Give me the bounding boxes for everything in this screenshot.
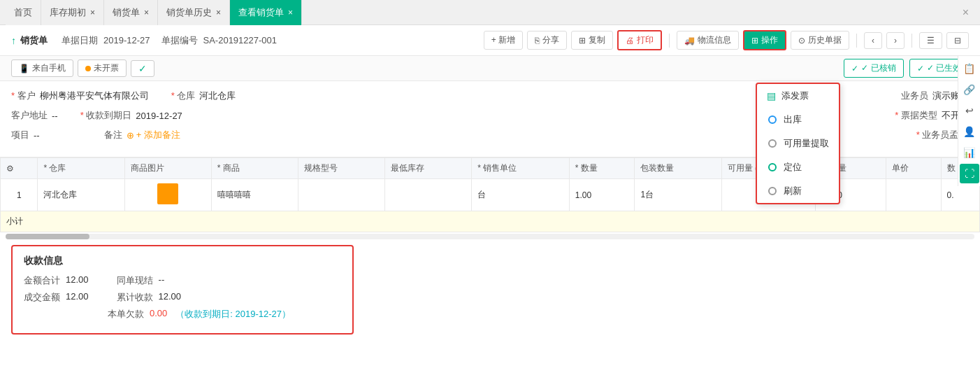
- view-list-button[interactable]: ☰: [919, 32, 942, 49]
- customer-label: 客户: [11, 90, 36, 102]
- copy-button[interactable]: ⊞ 复制: [571, 31, 613, 50]
- add-note-button[interactable]: ⊕ + 添加备注: [127, 129, 180, 141]
- logistics-button[interactable]: 🚚 物流信息: [677, 31, 739, 50]
- warehouse-value: 河北仓库: [199, 90, 236, 102]
- toolbar-divider3: [911, 34, 912, 48]
- print-button[interactable]: 🖨 打印: [617, 30, 662, 50]
- doc-date: 单据日期 2019-12-27: [62, 34, 150, 47]
- deal-amount-field: 成交金额 12.00: [24, 291, 89, 304]
- add-invoice-item[interactable]: ▤ 添发票: [757, 84, 839, 108]
- new-button[interactable]: + 新增: [484, 31, 523, 50]
- share-button[interactable]: ⎘ 分享: [527, 31, 567, 50]
- col-warehouse-header: * 仓库: [38, 158, 124, 179]
- locate-icon: [768, 163, 777, 171]
- col-settings[interactable]: ⚙: [1, 158, 38, 179]
- payment-date-label: 收款到期日: [80, 109, 132, 122]
- doc-number: 单据编号 SA-20191227-001: [161, 34, 278, 47]
- not-open-ticket-button[interactable]: 未开票: [78, 59, 127, 77]
- verified-icon: ✓: [851, 64, 858, 73]
- col-unit-header: * 销售单位: [472, 158, 569, 179]
- warehouse-field: 仓库 河北仓库: [171, 90, 236, 102]
- settings-icon: ⚙: [6, 164, 14, 174]
- due-date-hint: （收款到期日: 2019-12-27）: [175, 308, 291, 321]
- right-sidebar: 📋 🔗 ↩ 👤 📊 ⛶: [958, 56, 980, 186]
- tab-inventory-init[interactable]: 库存期初 ×: [41, 0, 104, 25]
- subtotal-row: 小计: [1, 211, 980, 232]
- row-product: 嘻嘻嘻嘻: [211, 179, 298, 211]
- tab-home[interactable]: 首页: [6, 0, 41, 25]
- address-label: 客户地址: [11, 109, 48, 122]
- staff-label: 业务员: [901, 90, 928, 102]
- col-price-header: 单价: [886, 158, 941, 179]
- customer-value: 柳州粤港平安气体有限公司: [40, 90, 149, 102]
- outbound-label: 出库: [784, 113, 802, 126]
- payment-title: 收款信息: [24, 255, 341, 267]
- horizontal-scrollbar[interactable]: [6, 234, 974, 239]
- history-button[interactable]: ⊙ 历史单据: [791, 31, 849, 50]
- available-qty-label: 可用量提取: [784, 137, 829, 150]
- close-tab-sales-history[interactable]: ×: [216, 8, 221, 17]
- close-tab-view-sales[interactable]: ×: [288, 8, 293, 17]
- close-tab-sales[interactable]: ×: [144, 8, 149, 17]
- outbound-item[interactable]: 出库: [757, 108, 839, 132]
- sidebar-user-icon[interactable]: 👤: [960, 122, 979, 141]
- cumulative-receipt-label: 累计收款: [117, 291, 153, 304]
- grid-icon: ⊞: [751, 36, 758, 45]
- window-close-button[interactable]: ×: [957, 6, 974, 19]
- row-num: 1: [1, 179, 38, 211]
- phone-icon: 📱: [19, 64, 29, 73]
- view-grid-button[interactable]: ⊟: [946, 32, 969, 49]
- col-packqty-header: 包装数量: [635, 158, 721, 179]
- payment-row-3: 本单欠款 0.00 （收款到期日: 2019-12-27）: [24, 308, 341, 321]
- verified-status[interactable]: ✓ ✓ 已核销: [844, 59, 903, 78]
- deal-amount-label: 成交金额: [24, 291, 60, 304]
- tab-sales-history[interactable]: 销货单历史 ×: [158, 0, 230, 25]
- row-minstock: [385, 179, 472, 211]
- toolbar-divider2: [856, 34, 857, 48]
- nav-prev-button[interactable]: ‹: [864, 32, 882, 49]
- operate-button[interactable]: ⊞ 操作: [743, 30, 786, 50]
- cumulative-receipt-field: 累计收款 12.00: [117, 291, 182, 304]
- available-qty-item[interactable]: 可用量提取: [757, 132, 839, 155]
- sidebar-link-icon[interactable]: 🔗: [960, 80, 979, 99]
- doc-title: ↑ 销货单: [11, 34, 48, 47]
- print-icon: 🖨: [626, 36, 634, 45]
- locate-item[interactable]: 定位: [757, 155, 839, 179]
- payment-row-2: 成交金额 12.00 累计收款 12.00: [24, 291, 341, 304]
- outbound-icon: [768, 115, 777, 124]
- row-price: [886, 179, 941, 211]
- doc-header: ↑ 销货单 单据日期 2019-12-27 单据编号 SA-20191227-0…: [0, 25, 980, 56]
- same-order-label: 同单现结: [117, 274, 153, 287]
- sidebar-expand-icon[interactable]: ⛶: [960, 164, 979, 183]
- tab-bar: 首页 库存期初 × 销货单 × 销货单历史 × 查看销货单 × ×: [0, 0, 980, 25]
- arrears-field: 本单欠款 0.00 （收款到期日: 2019-12-27）: [108, 308, 291, 321]
- doc-type-icon: ↑: [11, 35, 16, 46]
- col-minstock-header: 最低库存: [385, 158, 472, 179]
- sidebar-doc-icon[interactable]: 📋: [960, 59, 979, 78]
- sidebar-undo-icon[interactable]: ↩: [960, 101, 979, 120]
- sidebar-chart-icon[interactable]: 📊: [960, 143, 979, 162]
- product-image: [157, 183, 178, 204]
- refresh-item[interactable]: 刷新: [757, 179, 839, 203]
- row-packqty: 1台: [635, 179, 721, 211]
- scroll-thumb[interactable]: [6, 234, 89, 239]
- from-phone-button[interactable]: 📱 来自手机: [11, 59, 73, 77]
- nav-next-button[interactable]: ›: [886, 32, 905, 49]
- check-button[interactable]: ✓: [131, 60, 154, 77]
- check-icon: ✓: [138, 63, 147, 74]
- payment-date-value: 2019-12-27: [136, 111, 182, 121]
- total-amount-field: 金额合计 12.00: [24, 274, 89, 287]
- history-icon: ⊙: [798, 36, 805, 45]
- close-tab-inventory[interactable]: ×: [90, 8, 95, 17]
- row-spec: [298, 179, 385, 211]
- share-icon: ⎘: [535, 36, 540, 45]
- main-content: ↑ 销货单 单据日期 2019-12-27 单据编号 SA-20191227-0…: [0, 25, 980, 373]
- tab-sales[interactable]: 销货单 ×: [104, 0, 158, 25]
- locate-label: 定位: [784, 161, 802, 174]
- payment-row-1: 金额合计 12.00 同单现结 --: [24, 274, 341, 287]
- available-icon: [768, 139, 777, 148]
- doc-type-label: 销货单: [20, 34, 48, 47]
- total-amount-value: 12.00: [66, 274, 89, 287]
- note-field: 备注 ⊕ + 添加备注: [104, 129, 180, 141]
- tab-view-sales[interactable]: 查看销货单 ×: [230, 0, 302, 25]
